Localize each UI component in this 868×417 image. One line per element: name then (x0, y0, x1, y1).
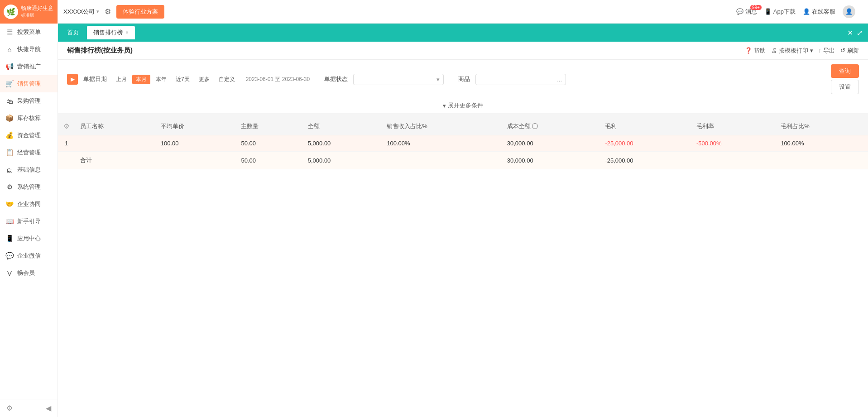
tab-maximize-icon[interactable]: ⤢ (857, 29, 863, 37)
table-row: 1 100.00 50.00 5,000.00 100.00% 30,000.0… (58, 135, 868, 152)
sidebar-icon: 📦 (5, 114, 14, 122)
td-avg-price: 100.00 (155, 135, 236, 152)
sidebar-settings-icon[interactable]: ⚙ (6, 404, 13, 412)
th-cost: 成本全额 ⓘ (502, 118, 600, 135)
filter-toggle-btn[interactable]: ▶ (67, 74, 78, 85)
th-gross-ratio: 毛利占比% (775, 118, 868, 135)
tab-close-window-icon[interactable]: ✕ (847, 29, 853, 37)
expand-label: 展开更多条件 (448, 101, 483, 110)
online-support-button[interactable]: 👤 在线客服 (803, 8, 835, 16)
sidebar-label: 营销推广 (17, 62, 41, 71)
footer-avg (155, 152, 236, 169)
refresh-icon: ↺ (840, 47, 845, 54)
print-button[interactable]: 🖨 按模板打印 ▾ (771, 47, 813, 55)
logo-tag: 标准版 (21, 12, 53, 19)
footer-amount: 5,000.00 (302, 152, 381, 169)
help-icon: ❓ (745, 47, 752, 54)
sidebar-item-库存核算[interactable]: 📦库存核算 (0, 110, 58, 127)
sidebar-item-应用中心[interactable]: 📱应用中心 (0, 230, 58, 247)
action-buttons: 查询 设置 (831, 64, 859, 94)
content-header: 销售排行榜(按业务员) ❓ 帮助 🖨 按模板打印 ▾ ↑ 导出 ↺ 刷新 (58, 42, 868, 60)
sidebar-icon: 📖 (5, 217, 14, 225)
date-tab-7days[interactable]: 近7天 (172, 75, 193, 84)
sidebar-icon: ☰ (5, 28, 14, 36)
sidebar-icon: 📋 (5, 149, 14, 157)
query-button[interactable]: 查询 (831, 64, 859, 78)
export-button[interactable]: ↑ 导出 (819, 47, 835, 55)
sidebar-item-资金管理[interactable]: 💰资金管理 (0, 127, 58, 144)
message-button[interactable]: 💬 消息 99+ (736, 8, 757, 16)
table-footer-row: 合计 50.00 5,000.00 30,000.00 -25,000.00 (58, 152, 868, 169)
date-tab-thisyear[interactable]: 本年 (152, 75, 170, 84)
status-arrow-icon: ▾ (436, 76, 440, 83)
message-icon: 💬 (736, 8, 743, 15)
sidebar: 🌿 畅康通好生意 标准版 ☰搜索菜单⌂快捷导航📢营销推广🛒销售管理🛍采购管理📦库… (0, 0, 58, 417)
th-sales-ratio: 销售收入占比% (381, 118, 502, 135)
sidebar-item-快捷导航[interactable]: ⌂快捷导航 (0, 41, 58, 58)
footer-empty (58, 152, 75, 169)
tab-close-icon[interactable]: × (125, 29, 129, 36)
sidebar-footer: ⚙ ◀ (0, 399, 58, 417)
sidebar-icon: 💰 (5, 131, 14, 139)
sidebar-label: 销售管理 (17, 80, 41, 88)
filter-area: ▶ 单据日期 上月 本月 本年 近7天 更多 自定义 2023-06-01 至 … (58, 60, 868, 113)
tab-bar-actions: ✕ ⤢ (847, 29, 866, 37)
logo-text: 畅康通好生意 (21, 5, 53, 12)
date-tab-custom[interactable]: 自定义 (215, 75, 239, 84)
sidebar-label: 采购管理 (17, 97, 41, 105)
avatar-icon: 👤 (845, 8, 853, 15)
expand-button[interactable]: ▾ 展开更多条件 (443, 101, 483, 110)
support-icon: 👤 (803, 8, 810, 15)
sidebar-item-新手引导[interactable]: 📖新手引导 (0, 213, 58, 230)
goods-select[interactable]: ... (475, 74, 566, 85)
status-select[interactable]: ▾ (353, 74, 444, 85)
help-button[interactable]: ❓ 帮助 (745, 47, 766, 55)
company-name: XXXXX公司 (63, 8, 95, 16)
expand-row: ▾ 展开更多条件 (67, 98, 859, 111)
sidebar-item-采购管理[interactable]: 🛍采购管理 (0, 92, 58, 110)
table-section: ⚙ 员工名称 平均单价 主数量 全额 销售收入占比% 成本全额 ⓘ 毛利 毛利率… (58, 118, 868, 417)
footer-gross-profit: -25,000.00 (599, 152, 691, 169)
sidebar-item-畅会员[interactable]: V畅会员 (0, 264, 58, 282)
sidebar-item-营销推广[interactable]: 📢营销推广 (0, 58, 58, 75)
tab-home[interactable]: 首页 (60, 26, 86, 39)
expand-down-icon: ▾ (443, 102, 446, 109)
sidebar-icon: 📢 (5, 62, 14, 71)
sidebar-item-企业微信[interactable]: 💬企业微信 (0, 247, 58, 264)
sidebar-item-企业协同[interactable]: 🤝企业协同 (0, 196, 58, 213)
company-selector[interactable]: XXXXX公司 ▾ (63, 8, 99, 16)
refresh-button[interactable]: ↺ 刷新 (840, 47, 859, 55)
user-avatar[interactable]: 👤 (843, 5, 855, 18)
date-tab-lastmonth[interactable]: 上月 (112, 75, 130, 84)
sidebar-item-搜索菜单[interactable]: ☰搜索菜单 (0, 24, 58, 41)
footer-cost: 30,000.00 (502, 152, 600, 169)
app-download-label: App下载 (773, 8, 796, 16)
topbar-right: 💬 消息 99+ 📱 App下载 👤 在线客服 👤 (736, 5, 863, 18)
td-cost: 30,000.00 (502, 135, 600, 152)
trial-button[interactable]: 体验行业方案 (116, 5, 164, 19)
tab-sales-ranking[interactable]: 销售排行榜 × (87, 26, 135, 39)
th-qty: 主数量 (235, 118, 302, 135)
column-settings-icon[interactable]: ⚙ (63, 122, 69, 130)
company-chevron-icon: ▾ (96, 9, 99, 14)
footer-gross-rate (691, 152, 775, 169)
tab-bar: 首页 销售排行榜 × ✕ ⤢ (58, 24, 868, 42)
sidebar-item-系统管理[interactable]: ⚙系统管理 (0, 178, 58, 196)
page-title: 销售排行榜(按业务员) (67, 46, 133, 55)
sidebar-label: 应用中心 (17, 235, 41, 243)
td-gross-profit: -25,000.00 (599, 135, 691, 152)
sidebar-item-基础信息[interactable]: 🗂基础信息 (0, 161, 58, 178)
app-download-button[interactable]: 📱 App下载 (764, 8, 796, 16)
sidebar-collapse-icon[interactable]: ◀ (46, 404, 51, 412)
page-content: 销售排行榜(按业务员) ❓ 帮助 🖨 按模板打印 ▾ ↑ 导出 ↺ 刷新 (58, 42, 868, 417)
sidebar-icon: 🗂 (5, 166, 14, 174)
sidebar-logo: 🌿 畅康通好生意 标准版 (0, 0, 58, 24)
topbar-settings-icon[interactable]: ⚙ (105, 7, 111, 16)
sidebar-item-销售管理[interactable]: 🛒销售管理 (0, 75, 58, 92)
settings-button[interactable]: 设置 (831, 80, 859, 94)
data-table: ⚙ 员工名称 平均单价 主数量 全额 销售收入占比% 成本全额 ⓘ 毛利 毛利率… (58, 118, 868, 169)
sidebar-item-经营管理[interactable]: 📋经营管理 (0, 144, 58, 161)
date-tab-more[interactable]: 更多 (195, 75, 213, 84)
date-tab-thismonth[interactable]: 本月 (132, 75, 150, 84)
message-badge: 99+ (750, 5, 762, 10)
